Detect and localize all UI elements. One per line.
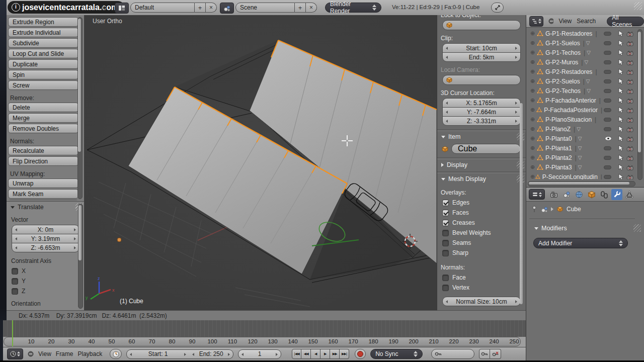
selectability-icon[interactable] <box>618 78 623 84</box>
current-frame-indicator[interactable] <box>12 320 13 346</box>
renderability-icon[interactable] <box>626 117 634 123</box>
checkbox[interactable] <box>442 275 449 281</box>
selectability-icon[interactable] <box>618 87 623 94</box>
tool-button-duplicate[interactable]: Duplicate <box>8 59 78 69</box>
timeline-menu-playback[interactable]: Playback <box>77 350 102 357</box>
visibility-icon[interactable] <box>605 136 612 141</box>
tool-button-spin[interactable]: Spin <box>8 70 78 79</box>
outliner-item-p-seccionlongitudin[interactable]: ⊕P-SeccionLongitudin| <box>526 172 636 179</box>
add-scene-button[interactable]: + <box>295 3 306 13</box>
outliner-editor-select[interactable] <box>529 16 543 27</box>
cursor-slider-x[interactable]: X: 5.1765m <box>442 98 521 108</box>
selectability-icon[interactable] <box>618 68 623 75</box>
editor-type-icon[interactable] <box>115 3 129 14</box>
constraint-axis-z[interactable]: Z <box>12 286 85 296</box>
collapse-menus-icon[interactable] <box>548 18 553 24</box>
fullscreen-toggle-button[interactable] <box>491 3 504 13</box>
selectability-icon[interactable] <box>618 30 623 37</box>
expand-icon[interactable]: ⊕ <box>530 49 537 56</box>
tool-button-clear-seam[interactable]: Clear Seam <box>8 200 78 200</box>
tab-constraints[interactable] <box>599 189 610 200</box>
timeline-editor-select[interactable] <box>7 348 23 359</box>
tool-button-loop-cut-and-slide[interactable]: Loop Cut and Slide <box>8 49 78 58</box>
tool-button-remove-doubles[interactable]: Remove Doubles <box>8 124 78 133</box>
overlay-seams[interactable]: Seams <box>442 238 526 248</box>
expand-icon[interactable]: ⊕ <box>530 30 537 37</box>
checkbox[interactable] <box>442 220 449 226</box>
selectability-icon[interactable] <box>618 154 623 161</box>
tool-button-recalculate[interactable]: Recalculate <box>8 146 78 155</box>
visibility-icon[interactable] <box>604 99 611 103</box>
tool-button-subdivide[interactable]: Subdivide <box>8 38 78 48</box>
vector-slider-z[interactable]: Z: -6.653m <box>12 243 79 252</box>
tool-button-delete[interactable]: Delete <box>8 103 78 112</box>
overlay-bevel-weights[interactable]: Bevel Weights <box>442 228 526 238</box>
pin-icon[interactable] <box>531 206 538 213</box>
visibility-icon[interactable] <box>604 70 611 74</box>
outliner-item-p-planta1[interactable]: ⊕P-Planta1|▽ <box>526 143 636 153</box>
expand-icon[interactable]: ⊕ <box>530 59 537 65</box>
outliner-item-p-planoz[interactable]: ⊕P-PlanoZ|▽ <box>526 124 636 134</box>
frame-end-slider[interactable]: End: 250 <box>189 349 233 359</box>
n-panel-scrollbar[interactable] <box>519 17 524 309</box>
selectability-icon[interactable] <box>618 164 623 170</box>
expand-icon[interactable]: ⊕ <box>530 68 537 75</box>
overlay-sharp[interactable]: Sharp <box>442 248 526 258</box>
outliner-hscrollbar[interactable] <box>528 181 635 187</box>
layout-name-field[interactable]: Default <box>130 3 195 13</box>
normal-face[interactable]: Face <box>442 273 526 283</box>
clip-end-slider[interactable]: End: 5km <box>442 52 521 62</box>
expand-icon[interactable]: ⊕ <box>530 154 537 161</box>
renderability-icon[interactable] <box>626 78 634 84</box>
delete-keyframe-button[interactable] <box>490 349 501 359</box>
play-button[interactable]: ▶ <box>320 349 330 359</box>
overlay-faces[interactable]: Faces <box>442 208 526 218</box>
delete-layout-button[interactable]: × <box>206 3 217 13</box>
object-name-field[interactable]: Cube <box>451 144 521 154</box>
frame-start-slider[interactable]: Start: 1 <box>126 349 190 359</box>
expand-icon[interactable]: ⊕ <box>530 97 537 104</box>
visibility-icon[interactable] <box>604 108 611 112</box>
selectability-icon[interactable] <box>618 145 623 151</box>
tool-button-mark-seam[interactable]: Mark Seam <box>8 189 78 199</box>
add-modifier-button[interactable]: Add Modifier <box>533 238 628 248</box>
checkbox[interactable] <box>442 210 449 216</box>
outliner-item-p-fachadaposterior[interactable]: ⊕P-FachadaPosterior| <box>526 105 636 115</box>
checkbox[interactable] <box>12 268 18 275</box>
renderability-icon[interactable] <box>626 50 634 56</box>
selectability-icon[interactable] <box>618 59 623 65</box>
operator-panel-scrollbar[interactable] <box>78 204 83 309</box>
selectability-icon[interactable] <box>618 40 623 46</box>
timeline-menu-view[interactable]: View <box>38 350 51 357</box>
tool-button-extrude-region[interactable]: Extrude Region <box>8 17 78 27</box>
clip-start-slider[interactable]: Start: 10cm <box>442 43 521 53</box>
selectability-icon[interactable] <box>618 97 623 104</box>
cursor-slider-y[interactable]: Y: -7.664m <box>442 107 521 117</box>
checkbox[interactable] <box>442 250 449 256</box>
scene-name-field[interactable]: Scene <box>235 3 295 13</box>
expand-icon[interactable]: ⊕ <box>530 173 535 179</box>
properties-editor-select[interactable] <box>529 189 545 200</box>
checkbox[interactable] <box>12 278 18 285</box>
constraint-axis-x[interactable]: X <box>12 266 85 276</box>
tool-button-extrude-individual[interactable]: Extrude Individual <box>8 28 78 37</box>
renderability-icon[interactable] <box>626 164 634 170</box>
renderability-icon[interactable] <box>626 145 634 151</box>
scene-icon-button[interactable] <box>220 3 234 14</box>
outliner-item-g-p1-techos[interactable]: ⊕G-P1-Techos|▽ <box>526 48 636 57</box>
render-engine-select[interactable]: Blender Render <box>325 3 381 13</box>
tool-button-screw[interactable]: Screw <box>8 80 78 90</box>
visibility-icon[interactable] <box>604 156 611 160</box>
sync-mode-select[interactable]: No Sync <box>370 349 423 359</box>
outliner-vscrollbar[interactable] <box>637 29 642 180</box>
outliner-item-g-p2-suelos[interactable]: ⊕G-P2-Suelos|▽ <box>526 76 636 86</box>
outliner-item-p-planta0[interactable]: ⊕P-Planta0|▽ <box>526 134 636 143</box>
overlay-creases[interactable]: Creases <box>442 218 526 228</box>
timeline-track[interactable] <box>3 320 526 337</box>
tab-world[interactable] <box>574 189 585 200</box>
renderability-icon[interactable] <box>626 174 634 180</box>
add-layout-button[interactable]: + <box>195 3 206 13</box>
play-reverse-button[interactable]: ◀ <box>311 349 320 359</box>
renderability-icon[interactable] <box>626 88 634 94</box>
selectability-icon[interactable] <box>618 173 623 179</box>
